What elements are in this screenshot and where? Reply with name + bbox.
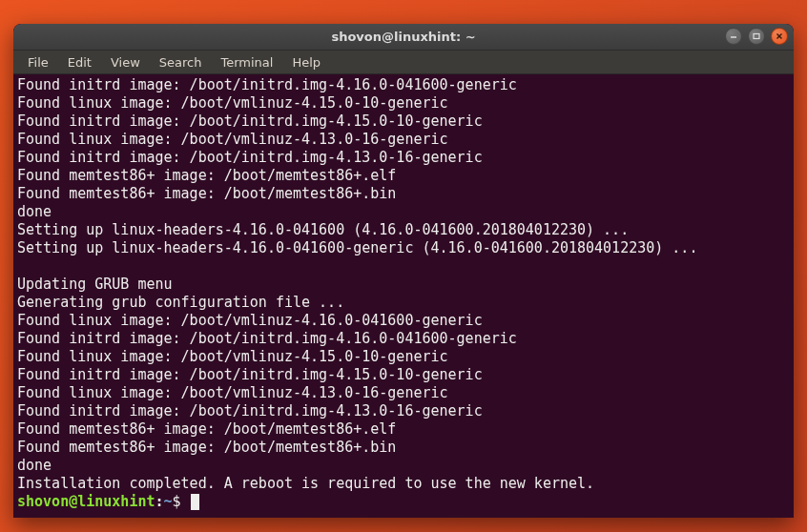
output-line: Found linux image: /boot/vmlinuz-4.13.0-… — [17, 131, 790, 149]
output-line: Setting up linux-headers-4.16.0-041600 (… — [17, 221, 790, 239]
maximize-icon — [752, 31, 761, 41]
output-line: Found initrd image: /boot/initrd.img-4.1… — [17, 366, 790, 384]
output-line: Found initrd image: /boot/initrd.img-4.1… — [17, 113, 790, 131]
output-line — [17, 257, 790, 276]
window-controls — [725, 28, 788, 45]
output-line: Found memtest86+ image: /boot/memtest86+… — [17, 185, 790, 203]
output-line: Found initrd image: /boot/initrd.img-4.1… — [17, 330, 790, 348]
output-line: Found linux image: /boot/vmlinuz-4.16.0-… — [17, 312, 790, 330]
menu-file[interactable]: File — [19, 52, 57, 72]
menu-terminal[interactable]: Terminal — [212, 52, 281, 72]
prompt-path: ~ — [164, 493, 173, 510]
output-line: Found initrd image: /boot/initrd.img-4.1… — [17, 402, 790, 420]
output-line: Generating grub configuration file ... — [17, 294, 790, 312]
menu-view[interactable]: View — [102, 52, 149, 72]
minimize-icon — [729, 31, 738, 41]
output-line: Found linux image: /boot/vmlinuz-4.15.0-… — [17, 348, 790, 366]
prompt-symbol: $ — [173, 493, 181, 510]
menu-search[interactable]: Search — [151, 52, 211, 72]
window-title: shovon@linuxhint: ~ — [331, 30, 475, 44]
output-line: Installation completed. A reboot is requ… — [17, 475, 790, 493]
output-line: Found memtest86+ image: /boot/memtest86+… — [17, 420, 790, 439]
output-line: Found initrd image: /boot/initrd.img-4.1… — [17, 149, 790, 167]
prompt-user-host: shovon@linuxhint — [17, 493, 155, 510]
menu-help[interactable]: Help — [283, 52, 329, 72]
output-line: Found memtest86+ image: /boot/memtest86+… — [17, 167, 790, 185]
output-line: Found linux image: /boot/vmlinuz-4.13.0-… — [17, 384, 790, 402]
close-icon — [775, 31, 784, 41]
menubar: File Edit View Search Terminal Help — [13, 51, 794, 74]
menu-edit[interactable]: Edit — [59, 52, 100, 72]
output-line: Found initrd image: /boot/initrd.img-4.1… — [17, 76, 790, 94]
output-line: Found linux image: /boot/vmlinuz-4.15.0-… — [17, 94, 790, 113]
prompt-line: shovon@linuxhint:~$ — [17, 493, 790, 511]
output-line: Updating GRUB menu — [17, 276, 790, 294]
maximize-button[interactable] — [748, 28, 765, 45]
output-line: done — [17, 203, 790, 221]
output-line: Setting up linux-headers-4.16.0-041600-g… — [17, 239, 790, 257]
terminal-window: shovon@linuxhint: ~ File Edit View Searc… — [13, 24, 794, 518]
output-line: Found memtest86+ image: /boot/memtest86+… — [17, 439, 790, 457]
titlebar[interactable]: shovon@linuxhint: ~ — [13, 24, 794, 51]
output-line: done — [17, 457, 790, 475]
minimize-button[interactable] — [725, 28, 742, 45]
svg-rect-1 — [754, 34, 759, 39]
close-button[interactable] — [771, 28, 788, 45]
cursor — [191, 494, 199, 510]
terminal-body[interactable]: Found initrd image: /boot/initrd.img-4.1… — [13, 74, 794, 518]
prompt-colon: : — [155, 493, 164, 510]
